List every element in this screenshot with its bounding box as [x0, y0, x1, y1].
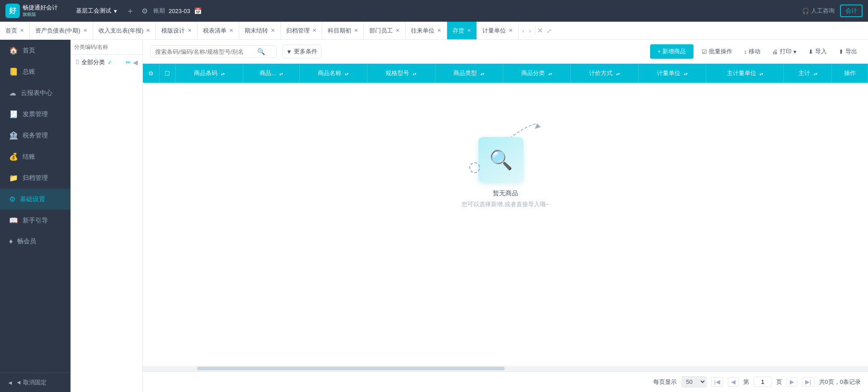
close-tab-icon[interactable]: ✕: [271, 28, 275, 33]
sidebar-item-closing[interactable]: 💰 结账: [0, 146, 71, 167]
product-search-input[interactable]: [155, 48, 255, 55]
company-selector[interactable]: 基层工会测试 ▾: [72, 5, 121, 17]
category-header: ⠿ 全部分类 ✓ ✏ ◀: [71, 55, 142, 70]
horizontal-scrollbar[interactable]: [143, 366, 868, 371]
col-main[interactable]: 主计 ▴▾: [784, 64, 832, 83]
col-name[interactable]: 商品名称 ▴▾: [299, 64, 367, 83]
close-tab-icon[interactable]: ✕: [354, 28, 358, 33]
move-button[interactable]: ↕ 移动: [741, 45, 764, 58]
category-search: 🔍: [71, 40, 142, 55]
toolbar-actions: + 新增商品 ☑ 批量操作 ↕ 移动 🖨 打印 ▾: [650, 44, 861, 59]
last-page-button[interactable]: ▶|: [802, 377, 814, 387]
tab-archive[interactable]: 归档管理 ✕: [281, 22, 322, 39]
tab-balance-sheet[interactable]: 资产负债表(中期) ✕: [30, 22, 93, 39]
sidebar-item-home[interactable]: 🏠 首页: [0, 40, 71, 61]
sidebar-item-tax[interactable]: 🏦 税务管理: [0, 125, 71, 146]
import-icon: ⬇: [808, 48, 813, 55]
tab-period-close[interactable]: 期末结转 ✕: [239, 22, 281, 39]
batch-icon: ☑: [702, 48, 707, 55]
col-unit[interactable]: 计量单位 ▴▾: [638, 64, 706, 83]
close-tab-icon[interactable]: ✕: [188, 28, 192, 33]
collapse-panel-icon[interactable]: ◀: [133, 59, 138, 66]
unpin-sidebar-button[interactable]: ◄ ◄ 取消固定: [0, 373, 71, 392]
drag-handle-icon: ⠿: [75, 59, 80, 66]
sidebar-item-membership[interactable]: ♦ 畅会员: [0, 231, 71, 252]
settings-icon: ⚙: [9, 195, 15, 203]
category-search-input[interactable]: [74, 44, 142, 50]
next-tab-button[interactable]: ›: [527, 26, 533, 35]
print-button[interactable]: 🖨 打印 ▾: [769, 45, 800, 58]
tab-template[interactable]: 模版设计 ✕: [156, 22, 198, 39]
sidebar-item-settings[interactable]: ⚙ 基础设置: [0, 189, 71, 210]
close-tab-icon[interactable]: ✕: [509, 28, 513, 33]
add-product-button[interactable]: + 新增商品: [650, 44, 693, 59]
page-size-select[interactable]: 50 100 200: [681, 376, 707, 387]
product-search-icon[interactable]: 🔍: [257, 48, 265, 55]
logo-area: 好 畅捷通好会计 旗舰版: [5, 4, 69, 18]
tab-inventory[interactable]: 存货 ✕: [447, 22, 477, 39]
col-action: 操作: [832, 64, 868, 83]
sidebar-item-archive[interactable]: 📁 归档管理: [0, 167, 71, 189]
product-table-container[interactable]: ⚙ ☐ 商品条码 ▴▾ 商品... ▴▾ 商品名称: [143, 64, 868, 366]
batch-operation-button[interactable]: ☑ 批量操作: [698, 45, 736, 58]
membership-icon: ♦: [9, 237, 13, 246]
account-button[interactable]: 会计: [840, 5, 863, 17]
tab-department[interactable]: 部门员工 ✕: [364, 22, 406, 39]
col-type[interactable]: 商品类型 ▴▾: [435, 64, 503, 83]
col-category[interactable]: 商品分类 ▴▾: [503, 64, 571, 83]
sidebar-item-guide[interactable]: 📖 新手引导: [0, 210, 71, 231]
next-page-button[interactable]: ▶: [787, 377, 797, 387]
sidebar-item-reports[interactable]: ☁ 云报表中心: [0, 82, 71, 104]
close-tab-icon[interactable]: ✕: [312, 28, 316, 33]
logo-text: 畅捷通好会计 旗舰版: [23, 4, 58, 18]
expand-tab-button[interactable]: ⤢: [545, 25, 554, 36]
tab-subject-init[interactable]: 科目期初 ✕: [322, 22, 364, 39]
col-barcode[interactable]: 商品条码 ▴▾: [175, 64, 243, 83]
tab-vendor[interactable]: 往来单位 ✕: [406, 22, 447, 39]
close-tab-icon[interactable]: ✕: [437, 28, 441, 33]
unpin-icon: ◄: [7, 379, 13, 386]
more-filter-button[interactable]: ▼ 更多条件: [282, 45, 321, 58]
import-button[interactable]: ⬇ 导入: [805, 45, 830, 58]
print-dropdown-icon: ▾: [793, 48, 797, 55]
ledger-icon: 📒: [9, 67, 18, 76]
scroll-thumb[interactable]: [197, 367, 505, 370]
logo-icon: 好: [5, 4, 20, 18]
col-main-unit[interactable]: 主计量单位 ▴▾: [706, 64, 784, 83]
guide-icon: 📖: [9, 216, 18, 225]
close-tab-icon[interactable]: ✕: [396, 28, 400, 33]
filter-icon: ▼: [286, 48, 292, 55]
close-tab-icon[interactable]: ✕: [20, 28, 24, 33]
table-settings-col[interactable]: ⚙: [143, 64, 159, 83]
top-right: 🎧 人工咨询 会计: [802, 5, 863, 17]
col-spec[interactable]: 规格型号 ▴▾: [367, 64, 435, 83]
col-code[interactable]: 商品... ▴▾: [243, 64, 299, 83]
empty-state: 🔍 暂无商品 您可以选择新增,或者直接导入哦~: [143, 83, 868, 245]
col-pricing[interactable]: 计价方式 ▴▾: [571, 64, 638, 83]
tax-icon: 🏦: [9, 131, 18, 140]
service-button[interactable]: 🎧 人工咨询: [802, 7, 835, 15]
prev-page-button[interactable]: ◀: [728, 377, 739, 387]
tab-income-statement[interactable]: 收入支出表(年报) ✕: [93, 22, 156, 39]
settings-icon[interactable]: ⚙: [140, 5, 150, 17]
page-number-input[interactable]: [754, 377, 772, 387]
add-tab-button[interactable]: ＋: [124, 4, 136, 18]
right-panel: 🔍 ▼ 更多条件 + 新增商品 ☑ 批量操作 ↕ 移动: [143, 40, 868, 392]
close-tab-icon[interactable]: ✕: [83, 28, 87, 33]
table-check-col[interactable]: ☐: [159, 64, 175, 83]
sidebar-item-invoice[interactable]: 🧾 发票管理: [0, 104, 71, 125]
close-tab-icon[interactable]: ✕: [146, 28, 150, 33]
first-page-button[interactable]: |◀: [711, 377, 723, 387]
close-all-tabs-button[interactable]: ✕: [535, 24, 545, 37]
move-icon: ↕: [744, 48, 747, 55]
prev-tab-button[interactable]: ‹: [520, 26, 526, 35]
tab-home[interactable]: 首页 ✕: [0, 22, 30, 39]
close-tab-icon[interactable]: ✕: [467, 28, 471, 33]
calendar-icon[interactable]: 📅: [194, 7, 202, 14]
sidebar-item-ledger[interactable]: 📒 总账: [0, 61, 71, 82]
tab-tax-list[interactable]: 税表清单 ✕: [198, 22, 239, 39]
export-button[interactable]: ⬆ 导出: [835, 45, 861, 58]
edit-category-icon[interactable]: ✏: [126, 59, 131, 66]
tab-unit[interactable]: 计量单位 ✕: [477, 22, 519, 39]
close-tab-icon[interactable]: ✕: [229, 28, 233, 33]
